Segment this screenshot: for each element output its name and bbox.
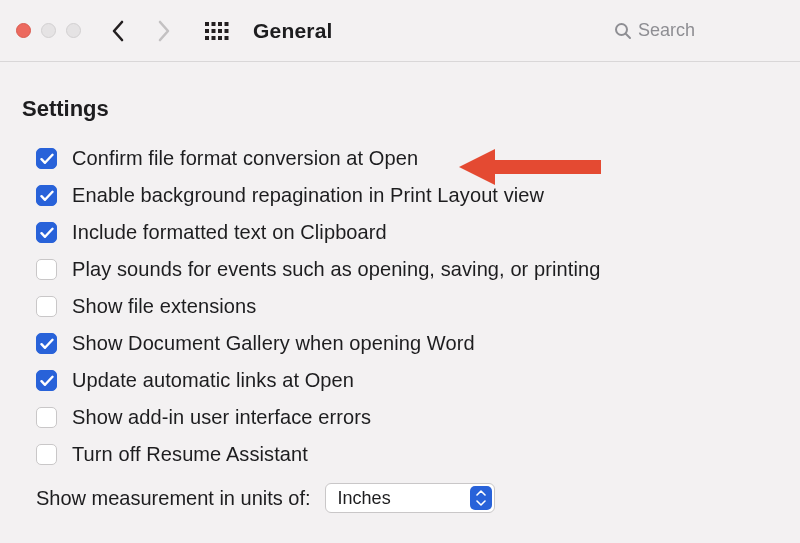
svg-rect-4 — [205, 29, 209, 33]
search-icon — [614, 22, 632, 40]
annotation-arrow-icon — [459, 145, 601, 193]
svg-rect-0 — [205, 22, 209, 26]
option-addin-errors[interactable]: Show add-in user interface errors — [36, 399, 778, 436]
checkbox[interactable] — [36, 259, 57, 280]
maximize-window-button[interactable] — [66, 23, 81, 38]
navigation-buttons — [107, 20, 175, 42]
option-show-extensions[interactable]: Show file extensions — [36, 288, 778, 325]
option-background-repagination[interactable]: Enable background repagination in Print … — [36, 177, 778, 214]
checkbox[interactable] — [36, 185, 57, 206]
checkbox[interactable] — [36, 222, 57, 243]
svg-rect-11 — [225, 36, 229, 40]
option-label: Show add-in user interface errors — [72, 406, 371, 429]
option-label: Play sounds for events such as opening, … — [72, 258, 600, 281]
checkbox[interactable] — [36, 370, 57, 391]
option-play-sounds[interactable]: Play sounds for events such as opening, … — [36, 251, 778, 288]
measurement-row: Show measurement in units of: Inches — [36, 483, 778, 513]
search-field-container[interactable] — [606, 14, 784, 48]
close-window-button[interactable] — [16, 23, 31, 38]
page-title: General — [253, 19, 333, 43]
option-label: Include formatted text on Clipboard — [72, 221, 387, 244]
window-controls — [16, 23, 81, 38]
option-label: Show file extensions — [72, 295, 256, 318]
measurement-label: Show measurement in units of: — [36, 487, 311, 510]
checkbox[interactable] — [36, 333, 57, 354]
svg-rect-10 — [218, 36, 222, 40]
option-resume-assistant[interactable]: Turn off Resume Assistant — [36, 436, 778, 473]
show-all-button[interactable] — [205, 22, 229, 40]
option-label: Turn off Resume Assistant — [72, 443, 308, 466]
checkmark-icon — [40, 375, 54, 387]
option-confirm-file-format[interactable]: Confirm file format conversion at Open — [36, 140, 778, 177]
back-button[interactable] — [107, 20, 129, 42]
option-formatted-clipboard[interactable]: Include formatted text on Clipboard — [36, 214, 778, 251]
section-heading: Settings — [22, 96, 778, 122]
svg-rect-1 — [212, 22, 216, 26]
option-label: Update automatic links at Open — [72, 369, 354, 392]
svg-rect-2 — [218, 22, 222, 26]
checkbox[interactable] — [36, 444, 57, 465]
minimize-window-button[interactable] — [41, 23, 56, 38]
checkbox[interactable] — [36, 148, 57, 169]
window-toolbar: General — [0, 0, 800, 62]
measurement-select[interactable]: Inches — [325, 483, 495, 513]
option-update-links[interactable]: Update automatic links at Open — [36, 362, 778, 399]
checkbox[interactable] — [36, 407, 57, 428]
checkmark-icon — [40, 153, 54, 165]
checkmark-icon — [40, 190, 54, 202]
checkmark-icon — [40, 338, 54, 350]
option-label: Confirm file format conversion at Open — [72, 147, 418, 170]
search-input[interactable] — [638, 20, 776, 41]
svg-rect-5 — [212, 29, 216, 33]
chevron-right-icon — [157, 20, 171, 42]
checkbox[interactable] — [36, 296, 57, 317]
svg-rect-3 — [225, 22, 229, 26]
svg-line-13 — [626, 34, 630, 38]
svg-marker-14 — [459, 149, 601, 185]
svg-rect-6 — [218, 29, 222, 33]
checkmark-icon — [40, 227, 54, 239]
option-document-gallery[interactable]: Show Document Gallery when opening Word — [36, 325, 778, 362]
chevron-left-icon — [111, 20, 125, 42]
svg-rect-9 — [212, 36, 216, 40]
grid-icon — [205, 22, 229, 40]
svg-rect-7 — [225, 29, 229, 33]
select-stepper-icon — [470, 486, 492, 510]
svg-rect-8 — [205, 36, 209, 40]
settings-panel: Settings Confirm file format conversion … — [0, 62, 800, 513]
select-value: Inches — [338, 488, 391, 509]
forward-button[interactable] — [153, 20, 175, 42]
option-label: Show Document Gallery when opening Word — [72, 332, 475, 355]
